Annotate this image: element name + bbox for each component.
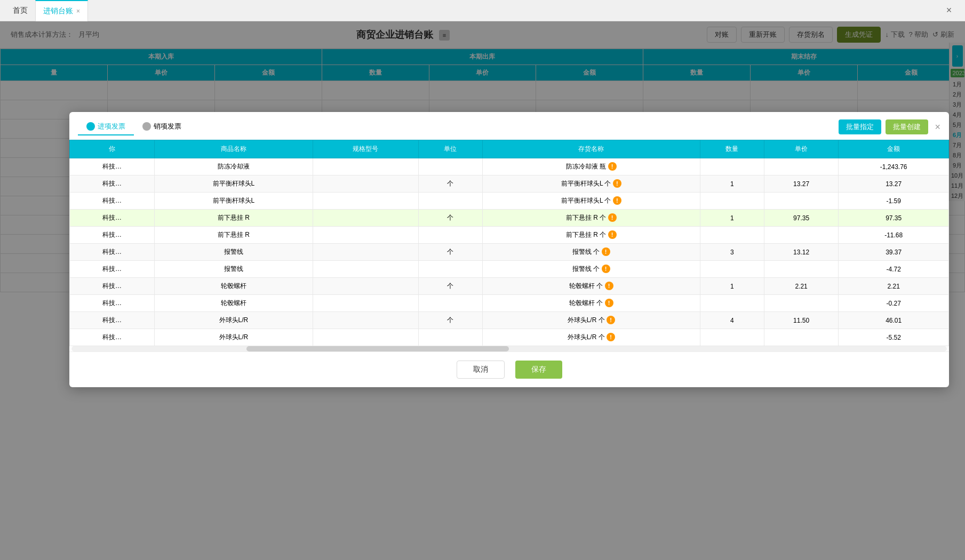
dialog-row-5[interactable]: 科技…报警线个报警线 个 !313.1239.37 — [70, 244, 949, 261]
dialog-row-4[interactable]: 科技…前下悬挂 R前下悬挂 R 个 !-11.68 — [70, 227, 949, 244]
dialog-header-actions: 批量指定 批量创建 — [839, 119, 928, 134]
dialog-cell-8-7: -0.27 — [839, 295, 949, 312]
tab-outgoing-invoice[interactable]: 销项发票 — [134, 118, 190, 135]
dialog-cell-5-0: 科技… — [70, 244, 155, 261]
dialog-cell-7-4: 轮毂螺杆 个 ! — [482, 278, 700, 295]
dialog-cell-4-2 — [313, 227, 419, 244]
dialog-cell-6-7: -4.72 — [839, 261, 949, 278]
save-button[interactable]: 保存 — [515, 361, 562, 379]
dialog-cell-3-1: 前下悬挂 R — [154, 210, 313, 227]
dialog-cell-7-3: 个 — [418, 278, 482, 295]
dialog-cell-5-3: 个 — [418, 244, 482, 261]
dialog-cell-10-2 — [313, 329, 419, 346]
th-col2: 商品名称 — [154, 140, 313, 158]
tab-incoming-invoice[interactable]: 进项发票 — [78, 118, 134, 135]
dialog-cell-4-6 — [764, 227, 839, 244]
th-col7: 单价 — [764, 140, 839, 158]
dialog-cell-9-1: 外球头L/R — [154, 312, 313, 329]
dialog-cell-9-7: 46.01 — [839, 312, 949, 329]
dialog-cell-1-7: 13.27 — [839, 175, 949, 193]
dialog-cell-6-5 — [700, 261, 764, 278]
dialog-cell-2-7: -1.59 — [839, 193, 949, 210]
dialog-row-8[interactable]: 科技…轮毂螺杆轮毂螺杆 个 !-0.27 — [70, 295, 949, 312]
dialog-cell-8-2 — [313, 295, 419, 312]
dialog-row-3[interactable]: 科技…前下悬挂 R个前下悬挂 R 个 !197.3597.35 — [70, 210, 949, 227]
dialog-cell-0-4: 防冻冷却液 瓶 ! — [482, 158, 700, 175]
dialog-header: 进项发票 销项发票 批量指定 批量创建 × — [69, 112, 949, 140]
tab-home-label: 首页 — [13, 6, 28, 15]
dialog-cell-10-1: 外球头L/R — [154, 329, 313, 346]
dialog-cell-4-3 — [418, 227, 482, 244]
dialog-cell-4-4: 前下悬挂 R 个 ! — [482, 227, 700, 244]
dialog-cell-0-7: -1,243.76 — [839, 158, 949, 175]
dialog-table-header-row: 你 商品名称 规格型号 单位 存货名称 数量 单价 金额 — [70, 140, 949, 158]
dialog-cell-2-4: 前平衡杆球头L 个 ! — [482, 193, 700, 210]
dialog-cell-3-4: 前下悬挂 R 个 ! — [482, 210, 700, 227]
dialog-scrollbar[interactable] — [71, 346, 947, 351]
dialog-cell-0-5 — [700, 158, 764, 175]
dialog-cell-1-6: 13.27 — [764, 175, 839, 193]
batch-assign-button[interactable]: 批量指定 — [839, 119, 881, 134]
dialog-cell-3-5: 1 — [700, 210, 764, 227]
dialog-row-1[interactable]: 科技…前平衡杆球头L个前平衡杆球头L 个 !113.2713.27 — [70, 175, 949, 193]
tab-home[interactable]: 首页 — [5, 0, 35, 21]
cancel-button[interactable]: 取消 — [457, 361, 505, 379]
dialog-cell-7-5: 1 — [700, 278, 764, 295]
dialog-cell-2-5 — [700, 193, 764, 210]
dialog-cell-6-4: 报警线 个 ! — [482, 261, 700, 278]
dialog-cell-3-7: 97.35 — [839, 210, 949, 227]
dialog-row-7[interactable]: 科技…轮毂螺杆个轮毂螺杆 个 !12.212.21 — [70, 278, 949, 295]
dialog-cell-5-7: 39.37 — [839, 244, 949, 261]
tab-ledger[interactable]: 进销台账 × — [35, 0, 88, 21]
dialog-row-9[interactable]: 科技…外球头L/R个外球头L/R 个 !411.5046.01 — [70, 312, 949, 329]
batch-create-button[interactable]: 批量创建 — [886, 119, 928, 134]
dialog-cell-2-0: 科技… — [70, 193, 155, 210]
main-page: 销售成本计算方法： 月平均 商贸企业进销台账 ≡ 对账 重新开账 存货别名 生成… — [0, 21, 965, 560]
dialog-row-2[interactable]: 科技…前平衡杆球头L前平衡杆球头L 个 !-1.59 — [70, 193, 949, 210]
dialog-cell-1-4: 前平衡杆球头L 个 ! — [482, 175, 700, 193]
dialog-cell-2-6 — [764, 193, 839, 210]
dialog-cell-7-2 — [313, 278, 419, 295]
dialog-cell-3-3: 个 — [418, 210, 482, 227]
dialog-cell-0-2 — [313, 158, 419, 175]
dialog-cell-6-3 — [418, 261, 482, 278]
dialog-cell-10-6 — [764, 329, 839, 346]
dialog-cell-9-2 — [313, 312, 419, 329]
warn-icon-8: ! — [605, 299, 613, 307]
dialog-table-wrap[interactable]: 你 商品名称 规格型号 单位 存货名称 数量 单价 金额 科技…防冻冷却液防冻冷… — [69, 140, 949, 346]
incoming-invoice-label: 进项发票 — [98, 122, 125, 131]
warn-icon-2: ! — [613, 196, 621, 205]
dialog-cell-1-5: 1 — [700, 175, 764, 193]
dialog-cell-6-0: 科技… — [70, 261, 155, 278]
th-col1: 你 — [70, 140, 155, 158]
dialog-row-0[interactable]: 科技…防冻冷却液防冻冷却液 瓶 !-1,243.76 — [70, 158, 949, 175]
incoming-invoice-icon — [86, 122, 95, 131]
dialog-table-body: 科技…防冻冷却液防冻冷却液 瓶 !-1,243.76科技…前平衡杆球头L个前平衡… — [70, 158, 949, 346]
dialog-cell-5-5: 3 — [700, 244, 764, 261]
th-col8: 金额 — [839, 140, 949, 158]
dialog-cell-5-4: 报警线 个 ! — [482, 244, 700, 261]
dialog-scrollbar-thumb — [246, 346, 509, 351]
dialog-cell-1-2 — [313, 175, 419, 193]
warn-icon-5: ! — [602, 247, 610, 256]
dialog-cell-10-0: 科技… — [70, 329, 155, 346]
dialog-row-10[interactable]: 科技…外球头L/R外球头L/R 个 !-5.52 — [70, 329, 949, 346]
dialog-close-button[interactable]: × — [935, 122, 940, 132]
dialog-cell-3-6: 97.35 — [764, 210, 839, 227]
dialog-cell-7-7: 2.21 — [839, 278, 949, 295]
dialog-cell-7-6: 2.21 — [764, 278, 839, 295]
tab-bar: 首页 进销台账 × × — [0, 0, 965, 21]
dialog-cell-8-4: 轮毂螺杆 个 ! — [482, 295, 700, 312]
dialog-cell-9-5: 4 — [700, 312, 764, 329]
warn-icon-0: ! — [608, 162, 617, 171]
warn-icon-4: ! — [608, 230, 617, 239]
dialog-cell-6-6 — [764, 261, 839, 278]
window-close-button[interactable]: × — [938, 0, 960, 21]
dialog-cell-10-5 — [700, 329, 764, 346]
dialog-footer: 取消 保存 — [69, 351, 949, 387]
dialog-cell-0-3 — [418, 158, 482, 175]
warn-icon-3: ! — [608, 213, 617, 222]
dialog-row-6[interactable]: 科技…报警线报警线 个 !-4.72 — [70, 261, 949, 278]
dialog-cell-1-3: 个 — [418, 175, 482, 193]
tab-ledger-close[interactable]: × — [76, 7, 80, 15]
